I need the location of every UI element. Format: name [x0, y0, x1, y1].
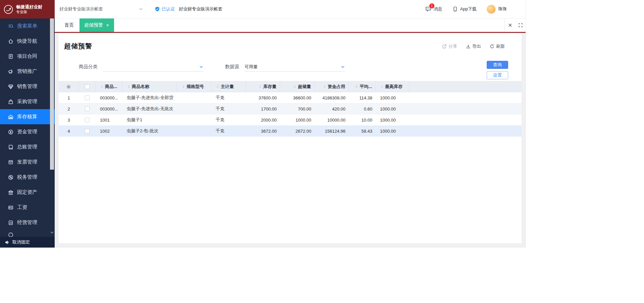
sidebar-item-label: 销售管理 [17, 83, 37, 90]
column-header-max[interactable]: 最高库存 [376, 81, 409, 92]
close-tab-icon[interactable] [106, 24, 109, 27]
sort-arrows-icon[interactable] [258, 85, 262, 89]
datasource-select[interactable]: 可用量 [245, 62, 345, 72]
cell-spec [177, 126, 211, 136]
sidebar-item-label: 搜索菜单 [17, 23, 37, 29]
sidebar-scroll-down-icon[interactable] [50, 230, 54, 235]
cell-avg: 0.60 [349, 103, 376, 114]
table-row[interactable]: 41002虫腿子2-包-批次千克3672.002672.00156124.965… [59, 126, 522, 137]
sidebar-item-invoice[interactable]: 发票管理 [0, 155, 55, 170]
sidebar-item-business[interactable]: 经营管理 [0, 215, 55, 230]
column-header-spec[interactable]: 规格型号 [177, 81, 211, 92]
cell-name: 虫腿子-先进先出-无批次 [122, 103, 177, 114]
refresh-label: 刷新 [496, 43, 505, 49]
column-header-code[interactable]: 商品... [96, 81, 122, 92]
checkbox-box [85, 95, 90, 100]
row-checkbox[interactable] [79, 115, 96, 125]
close-tabs-button[interactable] [505, 18, 515, 32]
sidebar-item-sales[interactable]: 销售管理 [0, 79, 55, 94]
tab-home[interactable]: 首页 [59, 18, 79, 32]
sort-arrows-icon[interactable] [181, 85, 185, 89]
refresh-button[interactable]: 刷新 [490, 43, 505, 49]
cell-filler [409, 103, 522, 114]
sidebar-scrollbar[interactable] [50, 18, 54, 235]
user-menu[interactable]: 珠珠 [487, 5, 507, 14]
sidebar-item-asset[interactable]: 固定资产 [0, 185, 55, 200]
table-row[interactable]: 31001虫腿子1千克2000.001000.0010000.0010.0010… [59, 115, 522, 126]
chevron-down-icon [139, 7, 143, 11]
fullscreen-toggle-button[interactable] [515, 18, 526, 32]
sidebar-item-inventory[interactable]: 库存核算 [0, 109, 55, 124]
category-select[interactable] [103, 62, 204, 72]
sidebar-item-search[interactable]: 搜索菜单 [0, 18, 55, 34]
cell-code: 003000... [96, 103, 122, 114]
table-settings-button[interactable] [59, 81, 79, 92]
column-header-name[interactable]: 商品名称 [122, 81, 177, 92]
column-header-avg[interactable]: 平均... [349, 81, 376, 92]
cell-capital: 420.00 [315, 103, 349, 114]
business-icon [8, 220, 13, 225]
sidebar-item-funds[interactable]: 资金管理 [0, 124, 55, 139]
row-checkbox[interactable] [79, 126, 96, 136]
cell-excess: 1000.00 [280, 115, 315, 125]
cell-stock: 3672.00 [246, 126, 280, 136]
sidebar-item-promo[interactable]: 营销推广 [0, 64, 55, 79]
column-filler [409, 81, 522, 92]
sidebar-item-ledger[interactable]: 总账管理 [0, 139, 55, 155]
column-header-stock[interactable]: 库存量 [246, 81, 280, 92]
tax-icon [8, 175, 13, 180]
table-row[interactable]: 2003000...虫腿子-先进先出-无批次千克1700.00700.00420… [59, 103, 522, 115]
messages-count-badge: 1 [429, 3, 434, 8]
cell-stock: 37600.00 [246, 92, 280, 103]
cell-spec [177, 92, 211, 103]
sidebar-item-label: 固定资产 [17, 189, 37, 196]
row-checkbox[interactable] [79, 92, 96, 103]
sort-arrows-icon[interactable] [323, 85, 327, 89]
row-index: 3 [59, 115, 79, 125]
tab-overstock-label: 超储预警 [84, 22, 103, 28]
sidebar-item-home[interactable]: 快捷导航 [0, 34, 55, 49]
account-set-dropdown[interactable]: 好业财专业版演示帐套 [59, 6, 143, 12]
column-header-unit[interactable]: 主计量 [211, 81, 246, 92]
cell-max: 1000.00 [376, 126, 409, 136]
export-button[interactable]: 导出 [466, 43, 481, 49]
column-label: 最高库存 [385, 84, 402, 90]
sidebar-item-tax[interactable]: 税务管理 [0, 170, 55, 185]
query-button[interactable]: 查询 [487, 61, 508, 69]
sidebar-item-label: 总账管理 [17, 144, 37, 150]
tab-overstock-warning[interactable]: 超储预警 [79, 18, 114, 32]
sort-arrows-icon[interactable] [216, 85, 220, 89]
scrollbar-thumb[interactable] [50, 18, 54, 170]
unpin-button[interactable]: 取消固定 [0, 237, 55, 248]
chevron-down-icon [340, 64, 345, 69]
chevron-down-icon [199, 64, 204, 69]
sidebar-item-contract[interactable]: 项目合同 [0, 49, 55, 64]
cell-max: 1000.00 [376, 103, 409, 114]
row-checkbox[interactable] [79, 103, 96, 114]
column-header-capital[interactable]: 资金占用 [315, 81, 349, 92]
sort-arrows-icon[interactable] [293, 85, 297, 89]
circle-icon [8, 232, 13, 237]
cell-capital: 10000.00 [315, 115, 349, 125]
sort-arrows-icon[interactable] [127, 85, 131, 89]
app-download-button[interactable]: App下载 [452, 6, 477, 12]
sidebar-item-circle[interactable] [0, 230, 55, 237]
messages-button[interactable]: 1 消息 [425, 6, 442, 12]
sort-arrows-icon[interactable] [380, 85, 384, 89]
select-all-checkbox[interactable] [79, 81, 96, 92]
sidebar-item-purchase[interactable]: 采购管理 [0, 94, 55, 109]
settings-button[interactable]: 设置 [487, 71, 508, 79]
sidebar-item-salary[interactable]: 工资 [0, 200, 55, 215]
checkbox-box [85, 84, 90, 89]
cell-name: 虫腿子-先进先出-全部贷 [122, 92, 177, 103]
table-row[interactable]: 1003000...虫腿子-先进先出-全部贷千克37600.0036600.00… [59, 92, 522, 103]
share-icon [442, 44, 447, 49]
datasource-filter-label: 数据源 [225, 64, 239, 70]
sidebar-item-label: 快捷导航 [17, 38, 37, 44]
app-download-label: App下载 [460, 6, 477, 12]
sidebar: 畅捷通好业财 专业版 搜索菜单快捷导航项目合同营销推广销售管理采购管理库存核算资… [0, 0, 55, 248]
column-header-excess[interactable]: 超储量 [280, 81, 315, 92]
sort-arrows-icon[interactable] [100, 85, 104, 89]
share-button[interactable]: 分享 [442, 43, 457, 49]
sort-arrows-icon[interactable] [355, 85, 359, 89]
